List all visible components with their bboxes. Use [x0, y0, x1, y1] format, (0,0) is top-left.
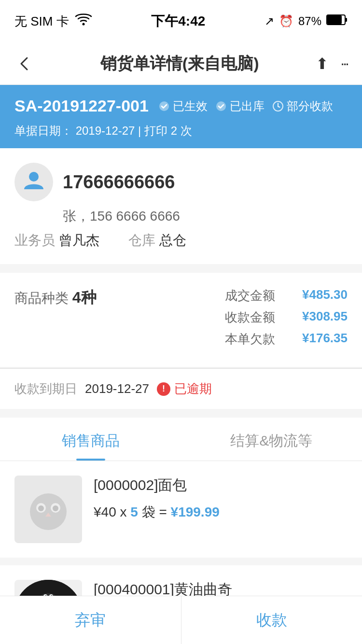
nav-actions: ⬆ ··· [316, 55, 348, 73]
svg-point-4 [159, 101, 169, 111]
svg-text:羊+: 羊+ [44, 522, 52, 527]
svg-point-0 [82, 23, 84, 25]
product-thumb-1: 羊+ [14, 476, 82, 543]
customer-id: 17666666666 [63, 172, 175, 193]
page-title: 销货单详情(来自电脑) [100, 53, 259, 75]
customer-detail-row: 业务员 曾凡杰 仓库 总仓 [14, 231, 348, 250]
status-shipped: 已出库 [215, 98, 265, 114]
deal-amount-row: 成交金额 ¥485.30 [225, 287, 348, 304]
section-divider [0, 410, 362, 418]
customer-row: 17666666666 [14, 163, 348, 201]
order-header: SA-20191227-001 已生效 已出库 部分收款 单据日期： 2019-… [0, 85, 362, 148]
svg-rect-2 [345, 18, 347, 22]
product-total-1: ¥199.99 [171, 504, 220, 519]
customer-sub-info: 张，156 6666 6666 [63, 207, 348, 225]
category-count: 4种 [72, 289, 97, 306]
warehouse-info: 仓库 总仓 [128, 231, 186, 250]
svg-point-7 [29, 172, 39, 182]
bottom-bar: 弃审 收款 [0, 596, 362, 644]
tab-settlement-logistics[interactable]: 结算&物流等 [181, 418, 362, 461]
product-qty-1: 5 [130, 504, 138, 519]
order-meta: 单据日期： 2019-12-27 | 打印 2 次 [14, 123, 348, 139]
alarm-icon: ⏰ [279, 14, 293, 28]
debt-amount-row: 本单欠款 ¥176.35 [225, 331, 348, 348]
summary-left: 商品种类 4种 [14, 287, 97, 308]
svg-rect-3 [327, 15, 342, 24]
svg-point-11 [38, 505, 44, 511]
status-tags: 已生效 已出库 部分收款 [158, 98, 333, 114]
product-price-1: ¥40 x 5 袋 = ¥199.99 [94, 503, 348, 521]
svg-point-5 [216, 101, 226, 111]
overdue-icon: ! [157, 382, 170, 396]
product-name-1: [0000002]面包 [94, 476, 348, 495]
nav-bar: 销货单详情(来自电脑) ⬆ ··· [0, 42, 362, 85]
debt-amount: ¥176.35 [290, 331, 348, 348]
product-item-1: 羊+ [0000002]面包 ¥40 x 5 袋 = ¥199.99 [0, 461, 362, 558]
svg-point-12 [53, 505, 58, 511]
product-info-1: [0000002]面包 ¥40 x 5 袋 = ¥199.99 [94, 476, 348, 521]
deal-amount: ¥485.30 [290, 287, 348, 304]
overdue-text: 已逾期 [174, 380, 212, 397]
receipt-amount-row: 收款金额 ¥308.95 [225, 309, 348, 326]
share-icon[interactable]: ⬆ [316, 55, 329, 73]
location-icon: ↗ [265, 14, 274, 28]
battery-level: 87% [298, 14, 321, 28]
status-effective: 已生效 [158, 98, 208, 114]
avatar [14, 163, 53, 201]
overdue-badge: ! 已逾期 [157, 380, 212, 397]
more-icon[interactable]: ··· [340, 55, 348, 72]
person-icon [22, 168, 45, 196]
tab-sales-products[interactable]: 销售商品 [0, 418, 181, 461]
order-number: SA-20191227-001 [14, 97, 149, 115]
divider [0, 265, 362, 273]
battery-icon [326, 14, 348, 28]
receipt-amount: ¥308.95 [290, 309, 348, 326]
staff-info: 业务员 曾凡杰 [14, 231, 99, 250]
tabs: 销售商品 结算&物流等 [0, 418, 362, 461]
warehouse-name: 总仓 [159, 233, 186, 248]
staff-name: 曾凡杰 [59, 233, 99, 248]
back-button[interactable] [14, 54, 43, 73]
time-display: 下午4:42 [151, 12, 205, 30]
summary-right: 成交金额 ¥485.30 收款金额 ¥308.95 本单欠款 ¥176.35 [225, 287, 348, 352]
collect-button[interactable]: 收款 [181, 596, 362, 644]
customer-section: 17666666666 张，156 6666 6666 业务员 曾凡杰 仓库 总… [0, 148, 362, 264]
status-bar-right: ↗ ⏰ 87% [265, 14, 348, 28]
status-bar-left: 无 SIM 卡 [14, 13, 92, 30]
summary-section: 商品种类 4种 成交金额 ¥485.30 收款金额 ¥308.95 本单欠款 ¥… [0, 273, 362, 367]
status-partial-payment: 部分收款 [272, 98, 333, 114]
reject-button[interactable]: 弃审 [0, 596, 181, 644]
wifi-icon [75, 13, 92, 30]
sim-status: 无 SIM 卡 [14, 13, 69, 30]
due-section: 收款到期日 2019-12-27 ! 已逾期 [0, 369, 362, 409]
status-bar: 无 SIM 卡 下午4:42 ↗ ⏰ 87% [0, 0, 362, 42]
